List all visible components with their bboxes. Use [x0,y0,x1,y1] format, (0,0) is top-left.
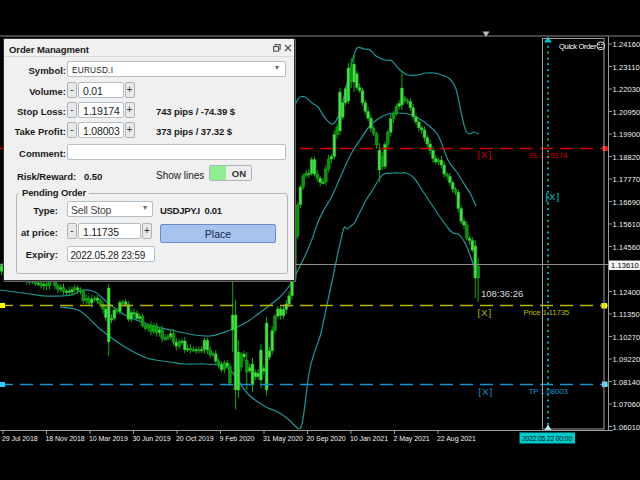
svg-text:2 May 2021: 2 May 2021 [394,435,430,443]
svg-text:1.19900: 1.19900 [613,130,640,139]
svg-text:1.09220: 1.09220 [613,355,640,364]
svg-text:1.14560: 1.14560 [613,243,640,252]
svg-text:1.22030: 1.22030 [613,85,640,94]
svg-text:1.13610: 1.13610 [611,261,639,270]
svg-text:1.17770: 1.17770 [613,175,640,184]
svg-text:Price 1.11735: Price 1.11735 [524,308,570,317]
svg-text:[X]: [X] [478,149,493,160]
svg-text:10 Mar 2019: 10 Mar 2019 [89,435,128,442]
svg-text:1.10270: 1.10270 [613,333,640,342]
svg-text:31 May 2020: 31 May 2020 [263,435,303,443]
svg-text:2022.05.22 00:00: 2022.05.22 00:00 [522,435,572,442]
svg-text:29 Jul 2018: 29 Jul 2018 [2,435,38,442]
svg-text:1.24160: 1.24160 [613,40,640,49]
svg-text:1.12400: 1.12400 [613,288,640,297]
svg-text:1.23110: 1.23110 [613,63,640,72]
svg-text:1.20950: 1.20950 [613,108,640,117]
svg-text:30 Jun 2019: 30 Jun 2019 [133,435,171,442]
svg-text:1.07060: 1.07060 [613,400,640,409]
svg-text:1.18820: 1.18820 [613,153,640,162]
svg-text:22 Aug 2021: 22 Aug 2021 [437,435,476,443]
svg-text:1.06010: 1.06010 [613,423,640,432]
svg-text:1.16690: 1.16690 [613,198,640,207]
svg-text:108:36:26: 108:36:26 [481,288,523,299]
svg-text:18 Nov 2018: 18 Nov 2018 [46,435,85,442]
svg-text:10 Jan 2021: 10 Jan 2021 [350,435,388,442]
svg-text:Quick Order: Quick Order [559,42,597,51]
svg-text:1.08140: 1.08140 [613,378,640,387]
svg-text:[X]: [X] [546,191,561,202]
svg-text:[X]: [X] [479,386,494,397]
svg-text:9 Feb 2020: 9 Feb 2020 [220,435,255,442]
svg-text:20 Oct 2019: 20 Oct 2019 [176,435,214,442]
svg-text:1.15610: 1.15610 [613,220,640,229]
svg-text:[X]: [X] [478,307,493,318]
svg-text:1.11350: 1.11350 [613,310,640,319]
svg-text:20 Sep 2020: 20 Sep 2020 [307,435,346,443]
